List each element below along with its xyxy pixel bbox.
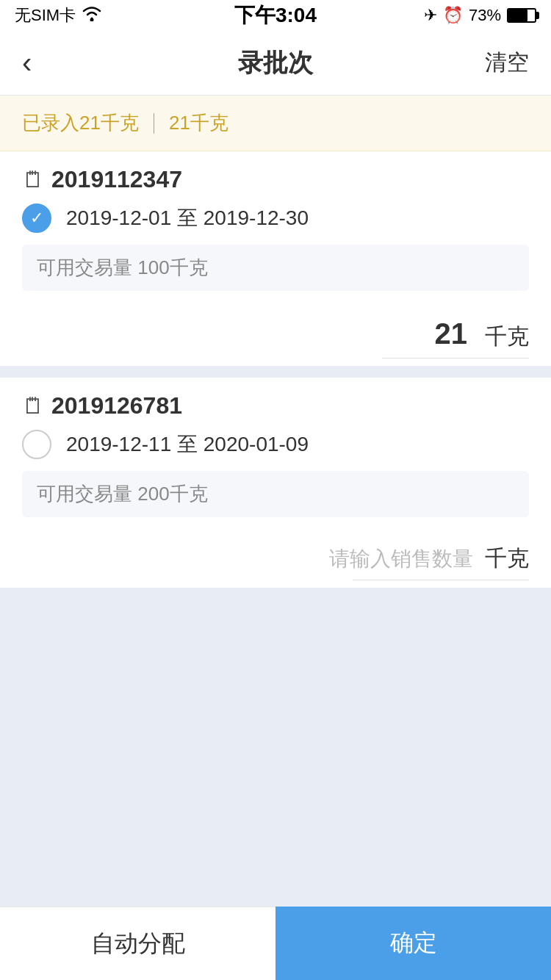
info-label: 已录入21千克 <box>22 110 139 136</box>
batch-2-id: 2019126781 <box>51 392 182 419</box>
batch-2-checkbox[interactable] <box>22 430 51 459</box>
location-icon: ✈ <box>424 6 437 25</box>
info-value: 21千克 <box>169 110 228 136</box>
batch-1-date: 2019-12-01 至 2019-12-30 <box>66 204 309 232</box>
input-underline <box>353 580 529 580</box>
info-banner: 已录入21千克 21千克 <box>0 96 551 151</box>
batch-1-header: 🗒 2019112347 <box>22 166 529 193</box>
back-button[interactable]: ‹ <box>22 46 32 79</box>
input-unit: 千克 <box>485 544 529 574</box>
amount-unit: 千克 <box>485 322 529 352</box>
batch-1-row: ✓ 2019-12-01 至 2019-12-30 <box>22 203 529 233</box>
batch-2-icon: 🗒 <box>22 394 44 419</box>
clear-button[interactable]: 清空 <box>485 48 529 78</box>
amount-section: 21 千克 <box>0 317 551 366</box>
battery-percent: 73% <box>469 6 501 25</box>
alarm-icon: ⏰ <box>443 6 463 25</box>
batch-2-header: 🗒 2019126781 <box>22 392 529 419</box>
battery-icon <box>507 8 536 23</box>
status-time: 下午3:04 <box>234 1 317 29</box>
wifi-icon <box>82 5 102 26</box>
status-right: ✈ ⏰ 73% <box>424 6 536 25</box>
batch-2-date: 2019-12-11 至 2020-01-09 <box>66 430 309 458</box>
amount-value: 21 <box>435 317 468 350</box>
input-row: 请输入销售数量 千克 <box>22 544 529 580</box>
info-divider <box>154 113 154 134</box>
bottom-bar: 自动分配 确定 <box>0 907 551 980</box>
batch-2-row: 2019-12-11 至 2020-01-09 <box>22 430 529 459</box>
svg-point-0 <box>90 18 94 22</box>
confirm-button[interactable]: 确定 <box>276 907 551 980</box>
auto-distribute-button[interactable]: 自动分配 <box>0 907 276 980</box>
batch-1-icon: 🗒 <box>22 167 44 192</box>
batch-item-1: 🗒 2019112347 ✓ 2019-12-01 至 2019-12-30 可… <box>0 151 551 317</box>
nav-bar: ‹ 录批次 清空 <box>0 31 551 96</box>
batch-1-quantity-text: 可用交易量 100千克 <box>37 256 208 278</box>
batch-item-2: 🗒 2019126781 2019-12-11 至 2020-01-09 可用交… <box>0 378 551 544</box>
batch-2-quantity-box: 可用交易量 200千克 <box>22 471 529 517</box>
batch-1-quantity-box: 可用交易量 100千克 <box>22 245 529 291</box>
nav-title: 录批次 <box>238 46 313 80</box>
batch-1-checkbox[interactable]: ✓ <box>22 203 51 233</box>
carrier-text: 无SIM卡 <box>15 4 76 26</box>
batch-2-quantity-text: 可用交易量 200千克 <box>37 483 208 505</box>
input-section: 请输入销售数量 千克 <box>0 544 551 588</box>
section-divider <box>0 366 551 378</box>
checkmark-icon: ✓ <box>30 210 43 226</box>
input-placeholder: 请输入销售数量 <box>329 545 473 573</box>
batch-1-id: 2019112347 <box>51 166 182 193</box>
amount-underline <box>382 358 529 359</box>
gray-area <box>0 588 551 911</box>
status-left: 无SIM卡 <box>15 4 102 26</box>
status-bar: 无SIM卡 下午3:04 ✈ ⏰ 73% <box>0 0 551 31</box>
amount-row: 21 千克 <box>22 317 529 358</box>
